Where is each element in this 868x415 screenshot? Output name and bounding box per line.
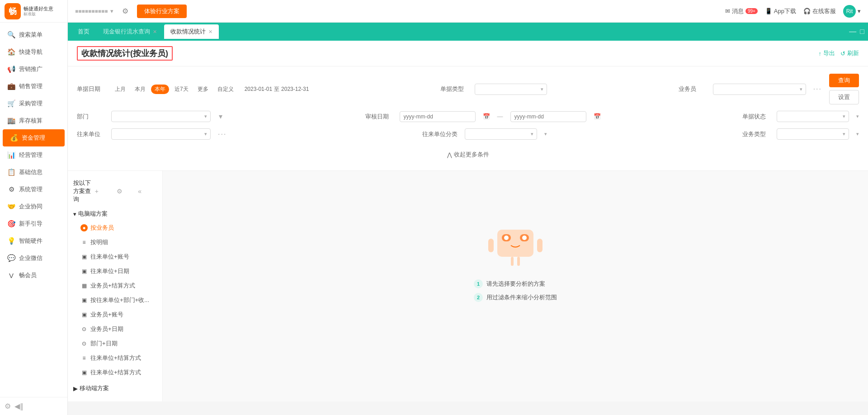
scheme-partner-dept-icon: ▣ [80,297,88,304]
trial-btn[interactable]: 体验行业方案 [137,5,187,18]
app-download-btn[interactable]: 📱 App下载 [765,7,796,15]
review-date-to[interactable] [510,111,586,122]
calendar-from-icon[interactable]: 📅 [483,113,490,120]
counterparty-label: 往来单位 [77,130,104,138]
add-scheme-icon[interactable]: + [95,188,114,195]
pc-scheme-label: 电脑端方案 [78,210,108,218]
salesperson-label: 业务员 [679,85,706,93]
counterparty-more-icon[interactable]: ··· [218,130,226,138]
date-tab-last-month[interactable]: 上月 [111,85,129,94]
sidebar-item-采购管理[interactable]: 🛒采购管理 [0,95,67,112]
settings-btn[interactable]: 设置 [829,90,859,104]
sidebar-item-快捷导航[interactable]: 🏠快捷导航 [0,43,67,61]
scheme-item-partner-settle1[interactable]: ≡ 往来单位+结算方式 [68,351,162,365]
scheme-item-partner-dept[interactable]: ▣ 按往来单位+部门+收... [68,293,162,307]
collapse-btn-label: 收起更多条件 [454,151,489,159]
app-logo: 畅 畅捷通好生意 标准版 [0,0,67,23]
scheme-item-dept-date[interactable]: ⊙ 部门+日期 [68,336,162,351]
refresh-btn[interactable]: ↺ 刷新 [840,49,859,57]
gear-icon[interactable]: ⚙ [119,5,132,18]
scheme-dept-date-label: 部门+日期 [90,340,118,348]
sidebar-item-经营管理[interactable]: 📊经营管理 [0,146,67,164]
doc-type-select[interactable] [475,84,547,95]
export-btn[interactable]: ↑ 导出 [819,49,835,57]
scheme-query-label: 按以下方案查询 [73,179,92,203]
sidebar-item-企业协同[interactable]: 🤝企业协同 [0,198,67,215]
settings-footer-icon[interactable]: ⚙ [5,402,11,410]
sidebar-item-畅会员[interactable]: V畅会员 [0,267,67,284]
dept-select-wrapper [111,111,211,122]
pc-scheme-title[interactable]: ▾ 电脑端方案 [68,207,162,221]
review-date-from[interactable] [400,111,476,122]
close-cashflow-tab-icon[interactable]: ✕ [153,29,157,35]
scheme-partner-settle2-icon: ▣ [80,369,88,376]
avatar: Rit [843,5,856,18]
scheme-item-detail[interactable]: ≡ 按明细 [68,235,162,250]
maximize-window-btn[interactable]: □ [860,28,864,36]
pc-scheme-arrow: ▾ [73,211,76,217]
counterparty-category-select[interactable] [465,128,537,140]
minimize-window-btn[interactable]: — [849,28,856,36]
tab-collection-stats[interactable]: 收款情况统计 ✕ [164,24,219,39]
tab-cashflow[interactable]: 现金银行流水查询 ✕ [97,24,163,39]
sidebar-item-新手引导[interactable]: 🎯新手引导 [0,215,67,232]
scheme-item-partner-date[interactable]: ▣ 往来单位+日期 [68,264,162,278]
calendar-to-icon[interactable]: 📅 [594,113,601,120]
scheme-dept-date-icon: ⊙ [80,340,88,347]
sidebar-item-企业微信[interactable]: 💬企业微信 [0,250,67,267]
scheme-item-partner-settle2[interactable]: ▣ 往来单位+结算方式 [68,365,162,380]
logo-text: 畅捷通好生意 标准版 [24,5,53,17]
counterparty-category-wrapper [465,128,537,140]
collapse-row: ⋀ 收起更多条件 [77,146,859,163]
counterparty-input[interactable] [111,128,211,140]
breadcrumb-path: ■■■■■■■■■■ [75,8,108,14]
close-collection-tab-icon[interactable]: ✕ [208,29,212,35]
date-tab-7days[interactable]: 近7天 [171,85,192,94]
sidebar-item-销售管理[interactable]: 💼销售管理 [0,78,67,95]
date-tab-custom[interactable]: 自定义 [214,85,237,94]
online-service-btn[interactable]: 🎧 在线客服 [803,7,836,15]
date-tab-this-month[interactable]: 本月 [131,85,149,94]
cat-arrow-icon: ▾ [544,131,547,137]
user-avatar[interactable]: Rit ▾ [843,5,861,18]
collapse-panel-icon[interactable]: « [138,188,157,195]
collapse-btn[interactable]: ⋀ 收起更多条件 [447,151,489,159]
sidebar-item-系统管理[interactable]: ⚙系统管理 [0,181,67,198]
dept-label: 部门 [77,113,104,121]
scheme-item-partner-account[interactable]: ▣ 往来单位+账号 [68,250,162,264]
doc-status-select[interactable] [777,111,849,122]
biz-type-label: 业务类型 [742,130,769,138]
biz-type-select[interactable] [777,128,849,140]
message-badge: 99+ [745,8,758,14]
page-header: 收款情况统计(按业务员) ↑ 导出 ↺ 刷新 [68,41,868,66]
query-btn[interactable]: 查询 [829,74,859,87]
sidebar-item-营销推广[interactable]: 📢营销推广 [0,61,67,78]
date-label: 单据日期 [77,85,104,93]
sidebar-item-资金管理[interactable]: 💰资金管理 [3,129,65,146]
date-tab-this-year[interactable]: 本年 [151,85,169,94]
mobile-scheme-title[interactable]: ▶ 移动端方案 [68,382,162,395]
salesperson-input[interactable] [713,84,806,95]
date-range: 2023-01-01 至 2023-12-31 [245,85,309,93]
review-date-label: 审核日期 [365,113,392,121]
date-tab-more[interactable]: 更多 [194,85,212,94]
refresh-icon: ↺ [840,50,845,57]
scheme-settings-icon[interactable]: ⚙ [117,188,136,195]
nav-icon-0: 🔍 [7,31,15,39]
scheme-item-salesperson-account[interactable]: ▣ 业务员+账号 [68,307,162,322]
sidebar-item-智能硬件[interactable]: 💡智能硬件 [0,232,67,250]
scheme-item-salesperson-settlement[interactable]: ▦ 业务员+结算方式 [68,278,162,293]
tab-home[interactable]: 首页 [71,24,96,39]
sidebar-item-基础信息[interactable]: 📋基础信息 [0,164,67,181]
sidebar-item-库存核算[interactable]: 🏬库存核算 [0,112,67,129]
dropdown-arrow-icon[interactable]: ▾ [110,8,113,14]
scheme-item-salesperson[interactable]: ● 按业务员 [68,221,162,235]
scheme-item-salesperson-date[interactable]: ⊙ 业务员+日期 [68,322,162,336]
sidebar-item-搜索菜单[interactable]: 🔍搜索菜单 [0,26,67,43]
collapse-sidebar-icon[interactable]: ◀‖ [14,402,24,410]
dept-input[interactable] [111,111,211,122]
messages-btn[interactable]: ✉ 消息 99+ [725,7,758,15]
collection-tab-label: 收款情况统计 [170,28,206,36]
dept-more-icon[interactable]: ▾ [219,112,223,121]
salesperson-more-icon[interactable]: ··· [813,85,822,93]
